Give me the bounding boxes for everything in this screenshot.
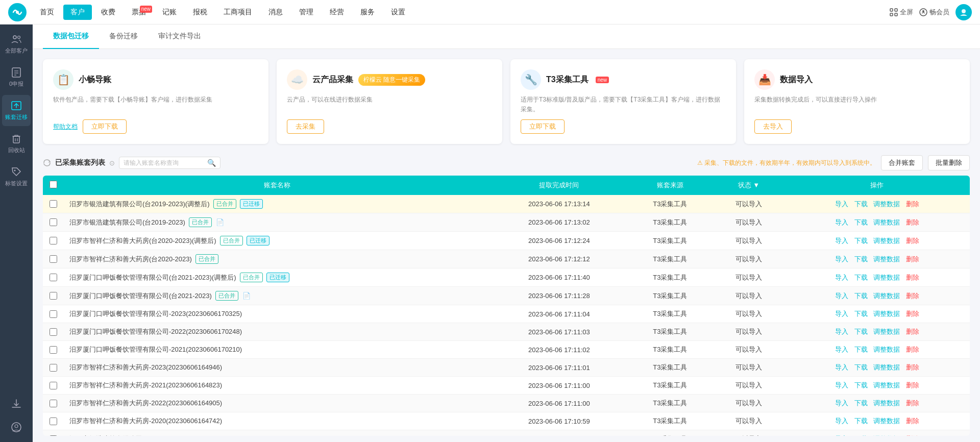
row-checkbox[interactable] xyxy=(50,310,57,318)
card-btn-download-1[interactable]: 立即下载 xyxy=(83,119,127,134)
fullscreen-button[interactable]: 全屏 xyxy=(890,8,913,17)
import-button[interactable]: 导入 xyxy=(835,435,848,436)
import-button[interactable]: 导入 xyxy=(835,292,848,300)
import-button[interactable]: 导入 xyxy=(835,274,848,281)
import-button[interactable]: 导入 xyxy=(835,200,848,208)
download-button[interactable]: 下载 xyxy=(854,255,868,263)
adjust-button[interactable]: 调整数据 xyxy=(873,310,900,317)
import-button[interactable]: 导入 xyxy=(835,417,848,425)
row-checkbox[interactable] xyxy=(50,400,57,407)
import-button[interactable]: 导入 xyxy=(835,346,848,353)
row-checkbox[interactable] xyxy=(50,346,57,354)
adjust-button[interactable]: 调整数据 xyxy=(873,255,900,263)
sidebar-item-download[interactable] xyxy=(2,393,31,414)
nav-item-customer[interactable]: 客户 xyxy=(63,5,92,20)
download-button[interactable]: 下载 xyxy=(854,435,868,436)
adjust-button[interactable]: 调整数据 xyxy=(873,328,900,335)
adjust-button[interactable]: 调整数据 xyxy=(873,218,900,226)
delete-button[interactable]: 删除 xyxy=(906,237,919,244)
import-button[interactable]: 导入 xyxy=(835,399,848,407)
row-checkbox[interactable] xyxy=(50,382,57,389)
row-checkbox[interactable] xyxy=(50,237,57,244)
search-input[interactable] xyxy=(124,159,205,166)
import-button[interactable]: 导入 xyxy=(835,310,848,317)
delete-button[interactable]: 删除 xyxy=(906,435,919,436)
delete-button[interactable]: 删除 xyxy=(906,417,919,425)
adjust-button[interactable]: 调整数据 xyxy=(873,200,900,208)
row-checkbox[interactable] xyxy=(50,364,57,372)
merge-accounts-button[interactable]: 合并账套 xyxy=(881,155,923,170)
tab-data-migration[interactable]: 数据包迁移 xyxy=(43,24,99,49)
nav-item-tax[interactable]: 报税 xyxy=(186,5,214,20)
col-status[interactable]: 状态 ▼ xyxy=(713,176,785,195)
download-button[interactable]: 下载 xyxy=(854,399,868,407)
adjust-button[interactable]: 调整数据 xyxy=(873,417,900,425)
download-button[interactable]: 下载 xyxy=(854,200,868,208)
card-btn-download-3[interactable]: 立即下载 xyxy=(521,119,565,134)
delete-button[interactable]: 删除 xyxy=(906,310,919,317)
adjust-button[interactable]: 调整数据 xyxy=(873,237,900,244)
download-button[interactable]: 下载 xyxy=(854,346,868,353)
sidebar-item-zero-report[interactable]: 0申报 xyxy=(2,62,31,93)
card-btn-import-4[interactable]: 去导入 xyxy=(754,119,792,134)
import-button[interactable]: 导入 xyxy=(835,218,848,226)
doc-icon[interactable]: 📄 xyxy=(216,218,224,226)
import-button[interactable]: 导入 xyxy=(835,381,848,389)
sidebar-item-recycle[interactable]: 回收站 xyxy=(2,128,31,159)
row-checkbox[interactable] xyxy=(50,418,57,425)
sidebar-item-user[interactable] xyxy=(2,416,31,438)
tab-backup-migration[interactable]: 备份迁移 xyxy=(99,24,148,49)
download-button[interactable]: 下载 xyxy=(854,328,868,335)
adjust-button[interactable]: 调整数据 xyxy=(873,274,900,281)
nav-item-settings[interactable]: 设置 xyxy=(384,5,412,20)
refresh-icon[interactable] xyxy=(43,159,51,167)
delete-button[interactable]: 删除 xyxy=(906,255,919,263)
adjust-button[interactable]: 调整数据 xyxy=(873,292,900,300)
adjust-button[interactable]: 调整数据 xyxy=(873,435,900,436)
card-promo-2[interactable]: 柠檬云 随意一键采集 xyxy=(358,74,425,86)
download-button[interactable]: 下载 xyxy=(854,417,868,425)
sidebar-item-account-transfer[interactable]: 账套迁移 xyxy=(2,95,31,126)
search-icon[interactable]: 🔍 xyxy=(207,159,216,167)
doc-icon[interactable]: 📄 xyxy=(242,292,251,300)
import-button[interactable]: 导入 xyxy=(835,363,848,371)
delete-button[interactable]: 删除 xyxy=(906,218,919,226)
nav-item-fee[interactable]: 收费 xyxy=(94,5,122,20)
download-button[interactable]: 下载 xyxy=(854,310,868,317)
avatar[interactable] xyxy=(955,4,972,20)
nav-item-manage[interactable]: 管理 xyxy=(292,5,321,20)
nav-item-business[interactable]: 工商项目 xyxy=(216,5,259,20)
delete-button[interactable]: 删除 xyxy=(906,292,919,300)
batch-delete-button[interactable]: 批量删除 xyxy=(928,155,970,170)
card-btn-collect-2[interactable]: 去采集 xyxy=(287,119,324,134)
import-button[interactable]: 导入 xyxy=(835,237,848,244)
download-button[interactable]: 下载 xyxy=(854,237,868,244)
nav-item-invoice[interactable]: 票据new xyxy=(125,5,153,20)
tab-audit-export[interactable]: 审计文件导出 xyxy=(148,24,211,49)
row-checkbox[interactable] xyxy=(50,435,57,436)
card-link-help-1[interactable]: 帮助文档 xyxy=(53,122,78,131)
row-checkbox[interactable] xyxy=(50,292,57,300)
app-logo[interactable] xyxy=(8,3,27,21)
delete-button[interactable]: 删除 xyxy=(906,200,919,208)
row-checkbox[interactable] xyxy=(50,218,57,226)
download-button[interactable]: 下载 xyxy=(854,292,868,300)
adjust-button[interactable]: 调整数据 xyxy=(873,399,900,407)
download-button[interactable]: 下载 xyxy=(854,381,868,389)
row-checkbox[interactable] xyxy=(50,200,57,208)
delete-button[interactable]: 删除 xyxy=(906,346,919,353)
import-button[interactable]: 导入 xyxy=(835,328,848,335)
nav-item-service[interactable]: 服务 xyxy=(353,5,382,20)
nav-item-home[interactable]: 首页 xyxy=(33,5,61,20)
nav-item-operation[interactable]: 经营 xyxy=(323,5,351,20)
delete-button[interactable]: 删除 xyxy=(906,381,919,389)
import-button[interactable]: 导入 xyxy=(835,255,848,263)
delete-button[interactable]: 删除 xyxy=(906,274,919,281)
select-all-checkbox[interactable] xyxy=(50,181,57,188)
download-button[interactable]: 下载 xyxy=(854,218,868,226)
download-button[interactable]: 下载 xyxy=(854,274,868,281)
adjust-button[interactable]: 调整数据 xyxy=(873,363,900,371)
row-checkbox[interactable] xyxy=(50,255,57,263)
help-icon[interactable]: ⊙ xyxy=(109,159,115,167)
delete-button[interactable]: 删除 xyxy=(906,399,919,407)
